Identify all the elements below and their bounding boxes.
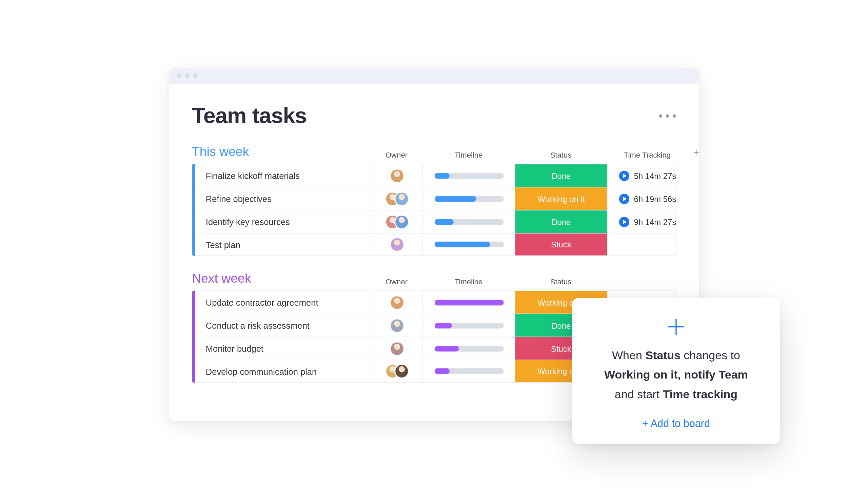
- timeline-bar: [434, 219, 504, 224]
- task-name: Develop communication plan: [206, 366, 317, 376]
- task-name-cell[interactable]: Develop communication plan: [195, 360, 371, 382]
- play-icon[interactable]: [619, 216, 630, 227]
- time-value: 5h 14m 27s: [634, 171, 676, 180]
- timeline-bar: [434, 368, 504, 374]
- time-value: 6h 19m 56s: [634, 194, 676, 203]
- task-name-cell[interactable]: Refine objectives: [195, 187, 371, 210]
- task-name: Identify key resources: [206, 217, 290, 226]
- avatar: [389, 295, 404, 310]
- owner-cell[interactable]: [371, 187, 422, 210]
- automation-text: When Status changes to Working on it, no…: [590, 345, 763, 404]
- table-row[interactable]: Finalize kickoff materialsDone5h 14m 27s: [195, 164, 676, 187]
- task-group: This weekOwnerTimelineStatusTime Trackin…: [192, 144, 676, 256]
- owner-cell[interactable]: [371, 233, 422, 256]
- avatar: [394, 191, 409, 206]
- avatar: [389, 318, 404, 333]
- group-title[interactable]: Next week: [192, 271, 371, 286]
- timeline-bar: [434, 345, 504, 351]
- column-header-timeline[interactable]: Timeline: [422, 277, 515, 286]
- status-cell[interactable]: Working on it: [515, 187, 607, 210]
- timeline-bar: [434, 299, 504, 305]
- play-icon[interactable]: [619, 193, 630, 204]
- time-value: 9h 14m 27s: [634, 217, 676, 226]
- timeline-bar: [434, 196, 504, 201]
- status-cell[interactable]: Done: [515, 164, 607, 187]
- timeline-bar: [434, 172, 504, 178]
- time-tracking-cell[interactable]: 5h 14m 27s: [607, 164, 688, 187]
- automation-card: When Status changes to Working on it, no…: [572, 298, 780, 444]
- task-name: Monitor budget: [206, 343, 263, 353]
- column-header-status[interactable]: Status: [515, 277, 607, 286]
- owner-cell[interactable]: [371, 291, 422, 313]
- add-to-board-button[interactable]: + Add to board: [590, 418, 763, 430]
- traffic-light-dot: [193, 73, 198, 78]
- column-header-owner[interactable]: Owner: [371, 150, 422, 159]
- status-cell[interactable]: Stuck: [515, 233, 607, 256]
- timeline-cell[interactable]: [422, 233, 515, 256]
- timeline-cell[interactable]: [422, 187, 515, 210]
- task-name-cell[interactable]: Finalize kickoff materials: [195, 164, 371, 187]
- task-name-cell[interactable]: Identify key resources: [195, 210, 371, 233]
- table-row[interactable]: Refine objectivesWorking on it6h 19m 56s: [195, 187, 676, 210]
- task-name-cell[interactable]: Update contractor agreement: [195, 291, 371, 313]
- task-name-cell[interactable]: Monitor budget: [195, 337, 371, 360]
- owner-cell[interactable]: [371, 314, 422, 337]
- play-icon[interactable]: [619, 170, 630, 181]
- timeline-cell[interactable]: [422, 337, 515, 360]
- task-name-cell[interactable]: Test plan: [195, 233, 371, 256]
- group-header: Next weekOwnerTimelineStatus: [192, 271, 676, 290]
- time-tracking-cell[interactable]: 9h 14m 27s: [607, 210, 688, 233]
- trailing-cell: [688, 233, 699, 256]
- table-row[interactable]: Test planStuck: [195, 233, 676, 256]
- owner-cell[interactable]: [371, 337, 422, 360]
- owner-cell[interactable]: [371, 360, 422, 382]
- avatar: [394, 214, 409, 229]
- avatar: [389, 168, 404, 183]
- time-tracking-cell[interactable]: [607, 233, 688, 256]
- timeline-cell[interactable]: [422, 164, 515, 187]
- task-name: Conduct a risk assessment: [206, 320, 310, 330]
- group-header: This weekOwnerTimelineStatusTime Trackin…: [192, 144, 676, 164]
- traffic-light-dot: [177, 73, 182, 78]
- timeline-bar: [434, 322, 504, 328]
- timeline-cell[interactable]: [422, 210, 515, 233]
- owner-cell[interactable]: [371, 210, 422, 233]
- task-name: Update contractor agreement: [206, 297, 318, 307]
- group-title[interactable]: This week: [192, 144, 371, 159]
- task-name-cell[interactable]: Conduct a risk assessment: [195, 314, 371, 337]
- owner-cell[interactable]: [371, 164, 422, 187]
- task-name: Test plan: [206, 239, 240, 249]
- status-cell[interactable]: Done: [515, 210, 607, 233]
- column-header-status[interactable]: Status: [515, 150, 607, 159]
- column-header-time_tracking[interactable]: Time Tracking: [607, 150, 688, 159]
- add-column-button[interactable]: +: [688, 147, 699, 159]
- avatar: [389, 341, 404, 356]
- timeline-bar: [434, 241, 504, 247]
- avatar: [394, 364, 409, 379]
- timeline-cell[interactable]: [422, 314, 515, 337]
- table-row[interactable]: Identify key resourcesDone9h 14m 27s: [195, 210, 676, 233]
- window-titlebar: [169, 67, 699, 84]
- trailing-cell: [688, 164, 699, 187]
- time-tracking-cell[interactable]: 6h 19m 56s: [607, 187, 688, 210]
- timeline-cell[interactable]: [422, 291, 515, 313]
- plus-icon: [668, 319, 684, 335]
- trailing-cell: [688, 210, 699, 233]
- board-title: Team tasks: [192, 103, 307, 128]
- trailing-cell: [688, 187, 699, 210]
- task-name: Refine objectives: [206, 194, 272, 203]
- column-header-timeline[interactable]: Timeline: [422, 150, 515, 159]
- traffic-light-dot: [185, 73, 190, 78]
- avatar: [389, 237, 404, 252]
- more-options-button[interactable]: [659, 114, 676, 117]
- task-name: Finalize kickoff materials: [206, 170, 300, 180]
- timeline-cell[interactable]: [422, 360, 515, 382]
- group-rows: Finalize kickoff materialsDone5h 14m 27s…: [192, 164, 676, 256]
- column-header-owner[interactable]: Owner: [371, 277, 422, 286]
